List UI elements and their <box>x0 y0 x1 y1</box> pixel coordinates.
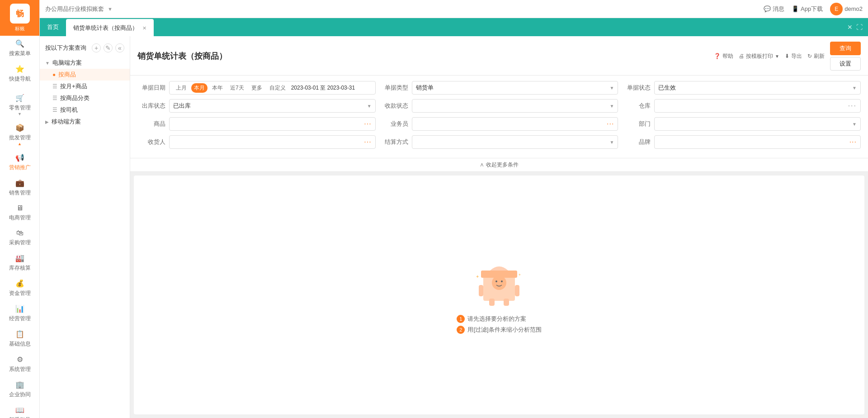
sidebar-item-ecommerce[interactable]: 🖥 电商管理 <box>0 200 39 225</box>
filter-row-2: 出库状态 已出库 ▼ 收款状态 ▼ <box>137 99 861 113</box>
date-tab-more[interactable]: 更多 <box>249 83 265 93</box>
edit-scheme-btn[interactable]: ✎ <box>104 43 113 52</box>
collapse-panel-btn[interactable]: « <box>115 43 124 52</box>
left-panel-header: 按以下方案查询 + ✎ « <box>40 41 130 55</box>
tree-child-by-month-product[interactable]: ☰ 按月+商品 <box>40 81 130 92</box>
sidebar-label-wholesale: 批发管理 <box>9 134 31 142</box>
sidebar-label-sales: 销售管理 <box>9 189 31 197</box>
left-panel-actions: + ✎ « <box>92 43 124 52</box>
brand-control[interactable]: ··· <box>654 135 861 149</box>
sidebar-item-guide[interactable]: 📖 新手引导 <box>0 402 39 418</box>
page-title-row: 销货单统计表（按商品） ❓ 帮助 🖨 按模板打印 ▼ <box>137 42 861 71</box>
date-tab-custom[interactable]: 自定义 <box>267 83 288 93</box>
sidebar-item-operations[interactable]: 📊 经营管理 <box>0 301 39 326</box>
tree-child-category-label: 按商品分类 <box>60 94 90 102</box>
app-logo[interactable]: 畅 标账 <box>0 0 39 36</box>
empty-text: 1 请先选择要分析的方案 2 用[过滤]条件来缩小分析范围 <box>457 315 541 337</box>
close-window-icon[interactable]: ✕ <box>847 24 853 31</box>
enterprise-icon: 🏢 <box>15 380 24 389</box>
svg-rect-8 <box>504 299 509 306</box>
receiver-control[interactable]: ··· <box>169 135 376 149</box>
tree-section: ▼ 电脑端方案 ● 按商品 ☰ 按月+商品 ☰ 按商品分类 ☰ 按司机 <box>40 55 130 129</box>
filter-date-item: 单据日期 上月 本月 本年 近7天 更多 自定义 20 <box>137 81 376 95</box>
message-btn[interactable]: 💬 消息 <box>764 5 784 13</box>
salesperson-control[interactable]: ··· <box>412 117 618 131</box>
empty-state: ✦ ✦ 1 请先选择要分析的方案 2 用[过滤]条件来缩小分析范围 <box>134 176 864 414</box>
date-tab-thismonth[interactable]: 本月 <box>191 83 208 93</box>
sidebar-item-retail[interactable]: 🛒 零售管理 ▼ <box>0 90 39 120</box>
sidebar-item-wholesale[interactable]: 📦 批发管理 ▲ <box>0 120 39 150</box>
filter-goods-item: 商品 ··· <box>137 117 376 131</box>
settlement-control[interactable]: ▼ <box>412 135 618 149</box>
sidebar-label-marketing: 营销推广 <box>9 164 31 171</box>
print-icon: 🖨 <box>739 53 744 59</box>
product-scheme-icon: ● <box>52 71 56 78</box>
retail-expand-icon: ▼ <box>18 112 22 116</box>
tree-child-driver-label: 按司机 <box>60 106 78 114</box>
logo-icon: 畅 <box>10 4 30 24</box>
goods-label: 商品 <box>137 120 169 128</box>
type-dropdown-arrow: ▼ <box>609 86 614 90</box>
receive-status-control[interactable]: ▼ <box>412 99 618 113</box>
template-print-btn[interactable]: 🖨 按模板打印 ▼ <box>739 52 779 60</box>
filter-wrapper: 销货单统计表（按商品） ❓ 帮助 🖨 按模板打印 ▼ <box>130 36 868 172</box>
search-button[interactable]: 查询 <box>830 42 861 55</box>
tree-child-by-category[interactable]: ☰ 按商品分类 <box>40 92 130 104</box>
help-btn[interactable]: ❓ 帮助 <box>714 52 733 60</box>
type-filter-control[interactable]: 销货单 ▼ <box>412 81 618 95</box>
refresh-btn[interactable]: ↻ 刷新 <box>807 52 825 60</box>
goods-control[interactable]: ··· <box>169 117 376 131</box>
sidebar-item-enterprise[interactable]: 🏢 企业协同 <box>0 377 39 402</box>
sidebar-item-shortcut[interactable]: ⭐ 快捷导航 <box>0 61 39 86</box>
collapse-bar[interactable]: ∧ 收起更多条件 <box>130 158 868 172</box>
filter-type-item: 单据类型 销货单 ▼ <box>380 81 618 95</box>
sidebar-item-inventory[interactable]: 🏭 库存核算 <box>0 250 39 276</box>
avatar: E <box>830 3 843 15</box>
settings-button[interactable]: 设置 <box>830 57 861 71</box>
out-status-control[interactable]: 已出库 ▼ <box>169 99 376 113</box>
sidebar-label-finance: 资金管理 <box>9 290 31 297</box>
tab-sales-label: 销货单统计表（按商品） <box>73 24 138 32</box>
sidebar-item-system[interactable]: ⚙ 系统管理 <box>0 352 39 377</box>
date-tab-last7days[interactable]: 近7天 <box>227 83 247 93</box>
sidebar-label-shortcut: 快捷导航 <box>9 75 31 83</box>
out-status-label: 出库状态 <box>137 102 169 110</box>
sidebar-label-operations: 经营管理 <box>9 315 31 323</box>
receive-status-label: 收款状态 <box>380 102 412 110</box>
industry-label: 办公用品行业模拟账套 <box>45 5 104 13</box>
tip-number-2: 2 <box>457 326 465 334</box>
sidebar-item-basic[interactable]: 📋 基础信息 <box>0 326 39 352</box>
empty-svg-icon: ✦ ✦ <box>472 253 526 308</box>
out-status-value: 已出库 <box>173 102 191 110</box>
tab-home[interactable]: 首页 <box>40 18 66 36</box>
avatar-initial: E <box>835 6 838 12</box>
dept-control[interactable]: ▼ <box>654 117 861 131</box>
app-download-btn[interactable]: 📱 App下载 <box>792 5 823 13</box>
add-scheme-btn[interactable]: + <box>92 43 101 52</box>
sidebar-item-finance[interactable]: 💰 资金管理 <box>0 276 39 301</box>
date-filter-control[interactable]: 上月 本月 本年 近7天 更多 自定义 2023-03-01 至 2023-03… <box>169 81 376 95</box>
export-btn[interactable]: ⬇ 导出 <box>785 52 802 60</box>
maximize-window-icon[interactable]: ⛶ <box>856 24 863 31</box>
sidebar-label-system: 系统管理 <box>9 366 31 373</box>
tree-child-by-driver[interactable]: ☰ 按司机 <box>40 104 130 116</box>
guide-icon: 📖 <box>15 406 24 414</box>
system-icon: ⚙ <box>17 355 23 364</box>
sidebar-item-purchase[interactable]: 🛍 采购管理 <box>0 225 39 250</box>
tab-sales-stats[interactable]: 销货单统计表（按商品） ✕ <box>66 19 154 37</box>
tab-close-btn[interactable]: ✕ <box>142 25 146 31</box>
sidebar-item-marketing[interactable]: 📢 营销推广 <box>0 150 39 175</box>
tip-number-1: 1 <box>457 315 465 323</box>
status-filter-control[interactable]: 已生效 ▼ <box>654 81 861 95</box>
filter-settlement-item: 结算方式 ▼ <box>380 135 618 149</box>
tree-parent-pc[interactable]: ▼ 电脑端方案 <box>40 57 130 69</box>
warehouse-control[interactable]: ··· <box>654 99 861 113</box>
date-tab-thisyear[interactable]: 本年 <box>209 83 226 93</box>
tree-parent-mobile[interactable]: ▶ 移动端方案 <box>40 116 130 128</box>
tree-child-by-product[interactable]: ● 按商品 <box>40 69 130 81</box>
sidebar-item-sales[interactable]: 💼 销售管理 <box>0 175 39 200</box>
sidebar-item-search[interactable]: 🔍 搜索菜单 <box>0 36 39 61</box>
user-area[interactable]: E demo2 <box>830 3 863 15</box>
svg-point-4 <box>501 280 503 282</box>
date-tab-lastmonth[interactable]: 上月 <box>173 83 189 93</box>
